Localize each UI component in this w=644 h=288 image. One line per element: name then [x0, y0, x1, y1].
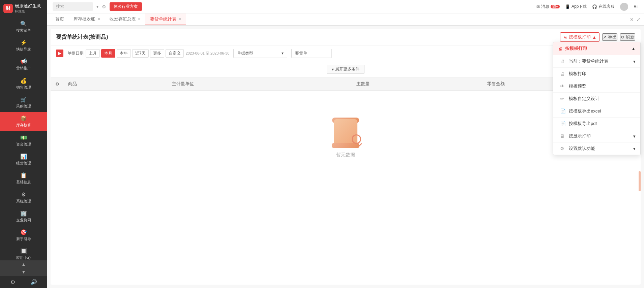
dropdown-header[interactable]: 🖨 按模板打印 ▲: [553, 42, 640, 55]
data-table: ⚙商品主计量单位主数量零售金额: [51, 77, 641, 185]
sound-icon[interactable]: 🔊: [30, 279, 37, 285]
header-gear-icon[interactable]: ⚙: [102, 4, 106, 9]
tab-order-stats[interactable]: 要货单统计表✕: [145, 13, 186, 25]
date-btn-1[interactable]: 本月: [101, 49, 115, 58]
message-btn[interactable]: ✉ 消息 99+: [536, 4, 560, 9]
printer-icon-header: 🖨: [558, 46, 562, 51]
tab-label-order-stats: 要货单统计表: [150, 16, 176, 22]
sidebar-item-sales[interactable]: 💰 销售管理: [0, 74, 47, 93]
export-icon: ↗: [603, 35, 607, 40]
template-export-pdf-label: 按模板导出pdf: [569, 121, 597, 127]
sidebar-scroll-down[interactable]: ▼: [0, 268, 47, 276]
sidebar-item-operations[interactable]: 📊 经营管理: [0, 150, 47, 169]
order-type-filter[interactable]: 单据类型 ▾: [233, 49, 287, 58]
date-btn-4[interactable]: 更多: [150, 49, 164, 58]
close-window-btn[interactable]: ✕: [630, 17, 634, 22]
date-btn-2[interactable]: 本年: [117, 49, 131, 58]
tab-close-order-stats[interactable]: ✕: [178, 17, 181, 21]
online-service-btn[interactable]: 🎧 在线客服: [592, 4, 615, 9]
expand-more-icon: ▾: [332, 67, 334, 72]
template-print-icon: 🖨: [560, 71, 565, 76]
display-print-item[interactable]: 🖥 按显示打印 ▾: [553, 130, 640, 142]
tab-close-receipt-summary[interactable]: ✕: [138, 17, 141, 21]
export-btn[interactable]: ↗ 导出: [602, 33, 617, 41]
logo-icon: 财: [3, 4, 13, 13]
chevron-up-icon: ▲: [592, 35, 596, 40]
maximize-window-btn[interactable]: ⤢: [637, 17, 641, 22]
tab-home[interactable]: 首页: [51, 13, 69, 25]
sidebar-item-inventory[interactable]: 📦 库存核算: [0, 112, 47, 131]
dropdown-current-item[interactable]: 🖨 当前：要货单统计表 ▾: [553, 55, 640, 68]
col-settings[interactable]: ⚙: [51, 77, 64, 91]
tab-close-batch-account[interactable]: ✕: [97, 17, 100, 21]
sidebar-label-system: 系统管理: [16, 199, 31, 203]
date-filter-group: 单据日期 上月本月本年近7天更多自定义 2023-06-01 至 2023-06…: [67, 49, 229, 58]
set-default-item[interactable]: ⚙ 设置默认功能 ▾: [553, 142, 640, 155]
tab-receipt-summary[interactable]: 收发存汇总表✕: [105, 13, 145, 25]
settings-icon[interactable]: ⚙: [10, 279, 15, 285]
date-btn-5[interactable]: 自定义: [166, 49, 184, 58]
enterprise-icon: 🏢: [20, 210, 27, 217]
sidebar-item-search[interactable]: 🔍 搜索菜单: [0, 17, 47, 36]
template-print-btn[interactable]: 🖨 按模板打印 ▲: [560, 32, 599, 42]
col-unit: 主计量单位: [168, 77, 352, 91]
set-default-chevron: ▾: [633, 146, 636, 151]
dropdown-item-template-export-pdf[interactable]: 📄 按模板导出pdf: [553, 118, 640, 130]
col-quantity: 主数量: [352, 77, 483, 91]
template-export-excel-icon: 📄: [560, 108, 565, 114]
order-type-chevron: ▾: [282, 51, 284, 56]
tab-batch-account[interactable]: 库存批次账✕: [69, 13, 105, 25]
quick-nav-icon: ⚡: [20, 39, 27, 46]
sidebar-label-operations: 经营管理: [16, 161, 31, 165]
basic-icon: 📋: [20, 172, 27, 179]
expand-more-btn[interactable]: ▾ 展开更多条件: [327, 65, 364, 74]
tab-bar: 首页库存批次账✕收发存汇总表✕要货单统计表✕ ✕ ⤢: [47, 13, 644, 26]
dropdown-item-template-design[interactable]: ✏ 模板自定义设计: [553, 93, 640, 105]
sidebar-item-app-center[interactable]: 🔲 应用中心: [0, 245, 47, 260]
sidebar-item-enterprise[interactable]: 🏢 企业协同: [0, 207, 47, 226]
header-dropdown[interactable]: ▾: [96, 4, 98, 9]
sidebar-item-system[interactable]: ⚙ 系统管理: [0, 188, 47, 207]
printer-icon: 🖨: [563, 35, 567, 40]
date-range: 2023-06-01 至 2023-06-30: [186, 51, 230, 56]
finance-icon: 💵: [20, 134, 27, 141]
sidebar-item-marketing[interactable]: 📢 营销推广: [0, 55, 47, 74]
sidebar-item-guide[interactable]: 🎯 新手引导: [0, 226, 47, 245]
user-avatar[interactable]: [620, 3, 628, 11]
template-design-label: 模板自定义设计: [569, 96, 599, 102]
expand-btn[interactable]: ▶: [56, 50, 63, 57]
sidebar-item-purchase[interactable]: 🛒 采购管理: [0, 93, 47, 112]
date-btn-3[interactable]: 近7天: [132, 49, 149, 58]
sales-icon: 💰: [20, 77, 27, 84]
window-controls: ✕ ⤢: [630, 17, 641, 22]
order-type-label: 单据类型: [237, 51, 253, 56]
sidebar-label-guide: 新手引导: [16, 236, 31, 241]
dropdown-item-template-print[interactable]: 🖨 模板打印: [553, 68, 640, 80]
main-area: 搜索 ▾ ⚙ 体验行业方案 ✉ 消息 99+ 📱 App下载 🎧 在线客服 Ri…: [47, 0, 644, 288]
date-btn-0[interactable]: 上月: [86, 49, 100, 58]
top-header: 搜索 ▾ ⚙ 体验行业方案 ✉ 消息 99+ 📱 App下载 🎧 在线客服 Ri…: [47, 0, 644, 13]
tab-label-home: 首页: [55, 16, 64, 22]
refresh-icon: ↻: [621, 35, 624, 40]
sidebar-item-finance[interactable]: 💵 资金管理: [0, 131, 47, 150]
date-filter-label: 单据日期: [67, 51, 84, 56]
template-preview-icon: 👁: [560, 84, 565, 89]
sidebar-item-quick-nav[interactable]: ⚡ 快捷导航: [0, 36, 47, 55]
sidebar-label-enterprise: 企业协同: [16, 218, 31, 222]
download-icon: 📱: [565, 4, 570, 9]
filter-bar: ▶ 单据日期 上月本月本年近7天更多自定义 2023-06-01 至 2023-…: [51, 45, 641, 61]
scroll-hint[interactable]: [639, 171, 641, 191]
trial-button[interactable]: 体验行业方案: [110, 2, 142, 11]
refresh-btn[interactable]: ↻ 刷新: [620, 33, 635, 41]
dropdown-item-template-preview[interactable]: 👁 模板预览: [553, 80, 640, 93]
goods-filter[interactable]: 要货单: [291, 49, 332, 58]
sidebar-label-basic: 基础信息: [16, 180, 31, 184]
sidebar-scroll-up[interactable]: ▲: [0, 260, 47, 268]
sidebar-item-basic[interactable]: 📋 基础信息: [0, 169, 47, 188]
display-print-chevron: ▾: [633, 134, 636, 139]
dropdown-item-template-export-excel[interactable]: 📄 按模板导出excel: [553, 105, 640, 118]
chevron-up-dropdown-icon: ▲: [631, 46, 636, 51]
app-download-btn[interactable]: 📱 App下载: [565, 4, 587, 9]
page: 要货单统计表(按商品) 🖨 按模板打印 ▲ ↗ 导出 ↻ 刷新: [51, 29, 641, 285]
app-logo[interactable]: 财 畅康通好生意 标准版: [0, 0, 47, 17]
